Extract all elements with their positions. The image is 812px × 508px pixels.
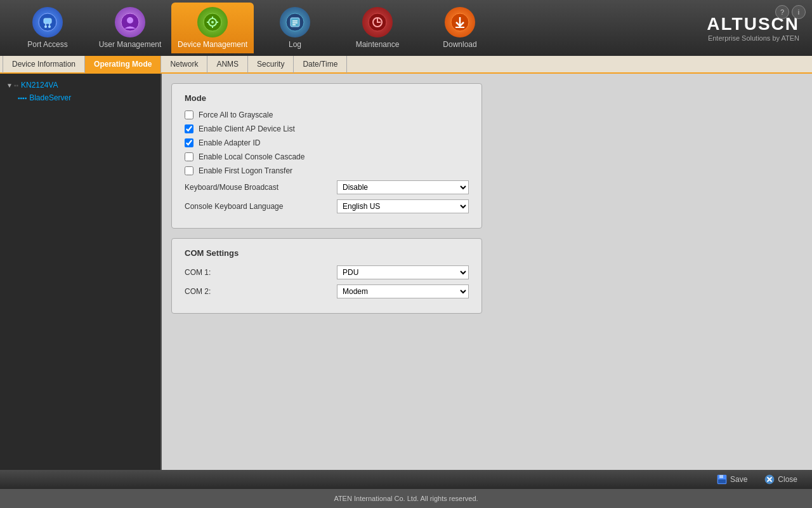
nav-maintenance-label: Maintenance	[356, 40, 400, 49]
tab-network[interactable]: Network	[161, 55, 207, 73]
svg-rect-26	[719, 475, 723, 478]
bottom-action-bar: Save Close	[0, 470, 812, 489]
force-grayscale-checkbox[interactable]	[185, 110, 193, 119]
nav-maintenance[interactable]: Maintenance	[336, 3, 419, 53]
nav-user-management[interactable]: User Management	[89, 3, 171, 53]
nav-user-management-label: User Management	[99, 40, 162, 49]
svg-point-7	[127, 17, 133, 23]
log-icon	[280, 7, 310, 37]
svg-rect-1	[44, 18, 51, 23]
enable-adapter-id-checkbox[interactable]	[185, 138, 193, 147]
nav-port-access-label: Port Access	[27, 40, 67, 49]
tab-datetime[interactable]: Date/Time	[294, 55, 347, 73]
keyboard-mouse-label: Keyboard/Mouse Broadcast	[185, 183, 337, 192]
close-icon	[764, 474, 775, 485]
close-button[interactable]: Close	[759, 472, 802, 487]
force-grayscale-label: Force All to Grayscale	[199, 110, 273, 119]
com-settings-box: COM Settings COM 1: PDU Modem None COM 2…	[171, 238, 482, 314]
nav-device-management[interactable]: Device Management	[171, 3, 254, 53]
console-keyboard-lang-label: Console Keyboard Language	[185, 202, 337, 211]
footer-text: ATEN International Co. Ltd. All rights r…	[334, 495, 478, 502]
save-label: Save	[730, 475, 747, 484]
user-management-icon	[115, 7, 145, 37]
device-indicator-icon: ▪▪	[14, 82, 18, 89]
com2-label: COM 2:	[185, 287, 337, 296]
enable-first-logon-label: Enable First Logon Transfer	[199, 166, 292, 175]
mode-settings-box: Mode Force All to Grayscale Enable Clien…	[171, 83, 482, 229]
nav-log-label: Log	[289, 40, 301, 49]
help-icons-area: ? i	[775, 5, 806, 19]
root-device-label: KN2124VA	[21, 81, 58, 90]
svg-point-2	[44, 25, 47, 28]
checkbox-enable-local-console: Enable Local Console Cascade	[185, 152, 469, 161]
enable-local-console-label: Enable Local Console Cascade	[199, 152, 304, 161]
sidebar: ▼ ▪▪ KN2124VA ▪▪▪▪ BladeServer	[0, 74, 162, 470]
console-keyboard-lang-select[interactable]: English US French German Japanese Spanis…	[337, 199, 469, 213]
tab-device-information[interactable]: Device Information	[3, 55, 85, 73]
footer: ATEN International Co. Ltd. All rights r…	[0, 489, 812, 508]
info-button[interactable]: i	[792, 5, 806, 19]
tree-expand-icon: ▼	[6, 82, 13, 89]
download-icon	[445, 7, 475, 37]
checkbox-enable-adapter-id: Enable Adapter ID	[185, 138, 469, 147]
child-device-label: BladeServer	[29, 93, 71, 102]
svg-point-3	[48, 25, 51, 28]
checkbox-enable-first-logon: Enable First Logon Transfer	[185, 166, 469, 175]
nav-log[interactable]: Log	[254, 3, 336, 53]
nav-device-management-label: Device Management	[178, 40, 247, 49]
tab-operating-mode[interactable]: Operating Mode	[85, 55, 161, 73]
com1-select[interactable]: PDU Modem None	[337, 265, 469, 279]
checkbox-enable-client-ap: Enable Client AP Device List	[185, 124, 469, 133]
help-button[interactable]: ?	[775, 5, 789, 19]
tab-anms[interactable]: ANMS	[207, 55, 248, 73]
tab-security[interactable]: Security	[248, 55, 294, 73]
svg-point-10	[211, 21, 214, 23]
logo-subtitle: Enterprise Solutions by ATEN	[707, 34, 799, 42]
console-keyboard-lang-row: Console Keyboard Language English US Fre…	[185, 199, 469, 213]
nav-port-access[interactable]: Port Access	[6, 3, 89, 53]
com2-select[interactable]: PDU Modem None	[337, 284, 469, 298]
enable-client-ap-label: Enable Client AP Device List	[199, 124, 295, 133]
child-device-icon: ▪▪▪▪	[18, 95, 27, 102]
save-icon	[716, 474, 728, 485]
checkbox-force-grayscale: Force All to Grayscale	[185, 110, 469, 119]
svg-rect-16	[291, 18, 299, 27]
port-access-icon	[32, 7, 63, 37]
enable-first-logon-checkbox[interactable]	[185, 166, 193, 175]
com2-row: COM 2: PDU Modem None	[185, 284, 469, 298]
save-button[interactable]: Save	[711, 472, 752, 487]
nav-download-label: Download	[443, 40, 476, 49]
svg-rect-27	[718, 479, 726, 483]
enable-adapter-id-label: Enable Adapter ID	[199, 138, 260, 147]
com1-label: COM 1:	[185, 268, 337, 277]
enable-local-console-checkbox[interactable]	[185, 152, 193, 161]
nav-download[interactable]: Download	[419, 3, 501, 53]
com1-row: COM 1: PDU Modem None	[185, 265, 469, 279]
sub-navigation: Device Information Operating Mode Networ…	[0, 56, 812, 74]
keyboard-mouse-broadcast-row: Keyboard/Mouse Broadcast Disable Enable	[185, 180, 469, 194]
keyboard-mouse-select[interactable]: Disable Enable	[337, 180, 469, 194]
enable-client-ap-checkbox[interactable]	[185, 124, 193, 133]
device-management-icon	[197, 7, 228, 37]
sidebar-child-device[interactable]: ▪▪▪▪ BladeServer	[3, 91, 158, 104]
main-area: ▼ ▪▪ KN2124VA ▪▪▪▪ BladeServer Mode Forc…	[0, 74, 812, 470]
maintenance-icon	[362, 7, 393, 37]
close-label: Close	[778, 475, 797, 484]
mode-section-title: Mode	[185, 93, 469, 103]
content-panel: Mode Force All to Grayscale Enable Clien…	[162, 74, 812, 470]
top-navigation: ? i Port Access User Management	[0, 0, 812, 56]
com-section-title: COM Settings	[185, 248, 469, 258]
sidebar-root-device[interactable]: ▼ ▪▪ KN2124VA	[3, 79, 158, 91]
